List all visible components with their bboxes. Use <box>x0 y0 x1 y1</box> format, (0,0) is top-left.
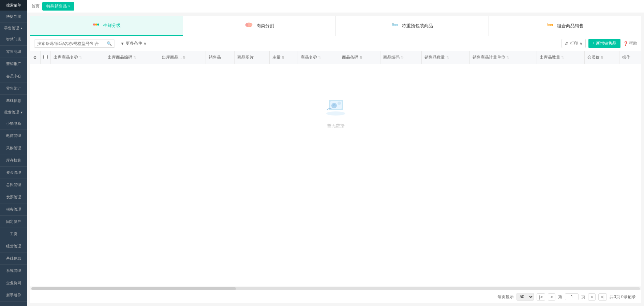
col-product-image[interactable]: 商品图片 <box>234 51 269 64</box>
sidebar-item-member-center[interactable]: 会员中心 <box>0 70 27 82</box>
basic-info-label: 基础信息 <box>6 98 21 103</box>
page-unit: 页 <box>581 294 585 300</box>
print-button[interactable]: 🖨 打印 ∨ <box>561 39 586 48</box>
sidebar-item-settings[interactable]: ⚙ <box>0 302 27 306</box>
first-page-button[interactable]: |< <box>537 293 545 301</box>
current-tab-label: 特殊销售品 <box>46 3 67 9</box>
sidebar-item-quick-nav[interactable]: 快捷导航 <box>0 11 27 23</box>
sidebar-item-wholesale-mgmt[interactable]: 批发管理 ▼ <box>0 107 27 118</box>
page-size-select[interactable]: 50 10 20 100 <box>516 293 534 301</box>
sidebar-item-smart-store[interactable]: 智慧门店 <box>0 33 27 46</box>
member-center-label: 会员中心 <box>6 74 21 79</box>
sidebar-item-operations[interactable]: 经营管理 <box>0 240 27 253</box>
sidebar-item-invoice-mgmt[interactable]: 发票管理 <box>0 191 27 203</box>
smart-store-label: 智慧门店 <box>6 37 21 42</box>
sort-arrows-product-barcode: ⇅ <box>360 56 362 59</box>
next-page-button[interactable]: > <box>588 293 596 301</box>
sidebar-item-purchase-mgmt[interactable]: 采购管理 <box>0 142 27 154</box>
sidebar-item-fixed-assets[interactable]: 固定资产 <box>0 216 27 228</box>
col-out-product-code[interactable]: 出库商品编码 ⇅ <box>105 51 159 64</box>
col-sale-unit[interactable]: 销售商品计量单位 ⇅ <box>469 51 537 64</box>
sidebar-item-retail-stats[interactable]: 零售统计 <box>0 82 27 95</box>
col-settings[interactable]: ⚙ <box>30 51 40 64</box>
sidebar-item-retail-mall[interactable]: 零售商城 <box>0 46 27 58</box>
filter-icon: ▼ <box>120 41 124 46</box>
sidebar: 搜索菜单 快捷导航 零售管理 ▲ 智慧门店 零售商城 营销推广 会员中心 零售统… <box>0 0 27 306</box>
sidebar-item-basic-info[interactable]: 基础信息 <box>0 95 27 107</box>
tab-combo[interactable]: 组合商品销售 <box>489 16 642 36</box>
col-weight[interactable]: 主量 ⇅ <box>270 51 298 64</box>
sort-arrows-product-code: ⇅ <box>401 56 404 59</box>
print-icon: 🖨 <box>565 41 569 46</box>
enterprise-label: 企业协同 <box>6 280 21 286</box>
tab-weight-packed[interactable]: 称重预包装商品 <box>336 16 489 36</box>
tab-fresh-grade-label: 生鲜分级 <box>103 22 121 29</box>
sort-arrows-sale-quantity: ⇅ <box>446 56 449 59</box>
search-icon[interactable]: 🔍 <box>107 41 112 46</box>
new-button[interactable]: + 新增销售品 <box>588 39 620 48</box>
close-tab-icon[interactable]: × <box>68 4 70 8</box>
scrollbar-thumb[interactable] <box>31 287 236 290</box>
sidebar-item-finance[interactable]: 资金管理 <box>0 167 27 179</box>
tab-combo-label: 组合商品销售 <box>557 23 584 29</box>
sort-arrows-out-product-code: ⇅ <box>133 56 136 59</box>
col-sale-product[interactable]: 销售品 <box>206 51 234 64</box>
col-member-price[interactable]: 会员价 ⇅ <box>585 51 619 64</box>
svg-point-6 <box>245 23 248 27</box>
last-page-button[interactable]: >| <box>598 293 607 301</box>
fresh-grade-icon <box>92 21 100 30</box>
col-sale-quantity[interactable]: 销售品数量 ⇅ <box>422 51 469 64</box>
help-button[interactable]: ❓ 帮助 <box>623 41 637 46</box>
current-tab[interactable]: 特殊销售品 × <box>42 2 74 11</box>
sidebar-item-retail-mgmt[interactable]: 零售管理 ▲ <box>0 23 27 33</box>
svg-point-14 <box>551 24 553 26</box>
tab-weight-packed-label: 称重预包装商品 <box>402 23 433 29</box>
breadcrumb-home[interactable]: 首页 <box>31 3 40 9</box>
col-out-product-name[interactable]: 出库商品名称 ⇅ <box>50 51 105 64</box>
col-product-name[interactable]: 商品名称 ⇅ <box>298 51 339 64</box>
col-out-product-info[interactable]: 出库商品... ⇅ <box>159 51 206 64</box>
sort-arrows-weight: ⇅ <box>282 56 284 59</box>
sidebar-item-basic-info2[interactable]: 基础信息 <box>0 253 27 265</box>
sidebar-item-marketing[interactable]: 营销推广 <box>0 58 27 70</box>
sidebar-item-inventory[interactable]: 库存核算 <box>0 154 27 167</box>
col-checkbox[interactable] <box>40 51 50 64</box>
retail-stats-label: 零售统计 <box>6 86 21 91</box>
empty-state-illustration <box>322 91 349 119</box>
logo-text: 搜索菜单 <box>6 3 21 7</box>
sidebar-logo[interactable]: 搜索菜单 <box>0 0 27 11</box>
help-icon: ❓ <box>623 41 628 46</box>
retail-mall-label: 零售商城 <box>6 49 21 54</box>
svg-point-16 <box>326 111 345 116</box>
col-product-barcode[interactable]: 商品条码 ⇅ <box>339 51 380 64</box>
finance-label: 资金管理 <box>6 170 21 175</box>
sidebar-item-system-mgmt[interactable]: 系统管理 <box>0 265 27 277</box>
sidebar-item-mini-ecommerce[interactable]: 小畅电商 <box>0 118 27 130</box>
retail-mgmt-arrow: ▲ <box>20 27 23 30</box>
tab-meat-cut[interactable]: 肉类分割 <box>183 16 336 36</box>
operations-label: 经营管理 <box>6 244 21 249</box>
prev-page-button[interactable]: < <box>548 293 555 301</box>
col-product-code[interactable]: 商品编码 ⇅ <box>380 51 422 64</box>
wholesale-mgmt-arrow: ▼ <box>20 111 23 114</box>
type-tabs: 生鲜分级 肉类分割 称重预包装商品 组合商品销售 <box>30 16 641 36</box>
sidebar-item-ledger[interactable]: 总账管理 <box>0 179 27 191</box>
sidebar-item-enterprise[interactable]: 企业协同 <box>0 277 27 289</box>
sidebar-item-tax-mgmt[interactable]: 税务管理 <box>0 203 27 216</box>
sidebar-item-ecommerce-mgmt[interactable]: 电商管理 <box>0 130 27 142</box>
filter-button[interactable]: ▼ 更多条件 ∨ <box>118 39 149 48</box>
tab-fresh-grade[interactable]: 生鲜分级 <box>30 16 183 36</box>
inventory-label: 库存核算 <box>6 158 21 163</box>
content-panel: 生鲜分级 肉类分割 称重预包装商品 组合商品销售 <box>30 16 641 303</box>
page-number-input[interactable] <box>565 293 579 300</box>
sidebar-item-new-guide[interactable]: 新手引导 <box>0 289 27 302</box>
col-out-quantity[interactable]: 出库品数量 ⇅ <box>537 51 584 64</box>
sidebar-item-salary[interactable]: 工资 <box>0 228 27 240</box>
select-all-checkbox[interactable] <box>43 55 48 59</box>
weight-packed-icon <box>391 21 399 30</box>
new-button-label: + 新增销售品 <box>593 41 616 46</box>
quick-nav-label: 快捷导航 <box>6 14 21 19</box>
horizontal-scrollbar[interactable] <box>30 287 641 290</box>
search-box[interactable]: 🔍 <box>34 40 115 48</box>
search-input[interactable] <box>37 41 105 46</box>
